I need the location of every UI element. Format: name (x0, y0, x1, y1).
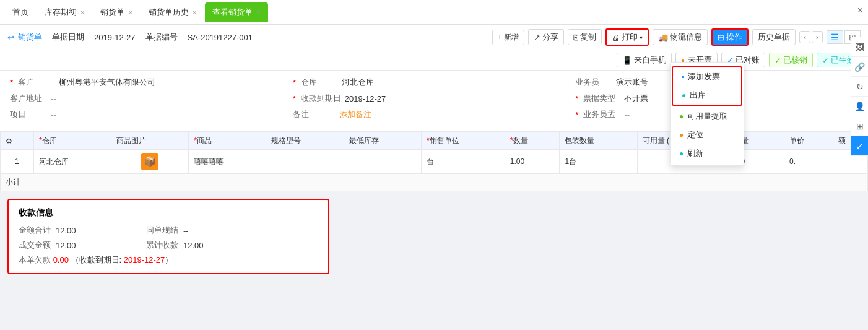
total-amount-value: 12.00 (56, 226, 76, 235)
cumulative-value: 12.00 (183, 241, 204, 250)
operations-button[interactable]: ⊞ 操作 (711, 28, 749, 46)
cancelled-button[interactable]: ✓ 已核销 (769, 53, 813, 67)
logistics-icon: 🚚 (658, 33, 668, 42)
locate-item[interactable]: ● 定位 (671, 126, 744, 144)
sidebar-expand-icon[interactable]: ⤢ (851, 136, 869, 156)
col-unit-price: 单价 (784, 132, 833, 150)
note-label: 备注 (293, 109, 330, 120)
payment-grid: 金额合计 12.00 同单现结 -- 成交金额 12.00 累计收款 12.00… (19, 225, 318, 266)
sales-order-icon: ↩ (7, 33, 14, 42)
logistics-button[interactable]: 🚚 物流信息 (653, 29, 708, 45)
due-row: 本单欠款 0.00 （收款到期日: 2019-12-27） (19, 254, 270, 266)
project-field: 项目 -- (10, 109, 293, 120)
payment-date-value: 2019-12-27 (345, 94, 386, 103)
window-close-button[interactable]: × (857, 5, 863, 16)
bottom-area: 收款信息 金额合计 12.00 同单现结 -- 成交金额 12.00 累计收款 … (0, 191, 868, 282)
refresh-icon: ● (679, 149, 684, 158)
staff2-label: 业务员孟 (583, 109, 620, 120)
transaction-row: 成交金额 12.00 (19, 240, 142, 251)
row-package-qty: 1台 (560, 150, 637, 174)
total-amount-row: 金额合计 12.00 (19, 225, 142, 236)
close-sales-history[interactable]: × (193, 9, 196, 16)
locate-icon: ● (679, 131, 684, 139)
tab-sales-history[interactable]: 销货单历史 × (141, 2, 204, 22)
col-spec: 规格型号 (266, 132, 344, 150)
available-qty-item[interactable]: ● 可用量提取 (671, 107, 744, 126)
same-order-value: -- (183, 226, 189, 235)
product-image: 📦 (141, 153, 158, 170)
new-button[interactable]: + 新增 (492, 30, 524, 45)
due-value: 0.00 (53, 255, 69, 264)
customer-label: 客户 (18, 77, 55, 88)
add-invoice-icon: ▪ (682, 72, 684, 81)
add-invoice-item[interactable]: ▪ 添加发票 (673, 67, 741, 86)
copy-button[interactable]: ⎘ 复制 (568, 29, 602, 45)
ticket-type-value: 不开票 (624, 93, 648, 104)
outbound-label: 出库 (690, 90, 706, 101)
sidebar-rotate-icon[interactable]: ↻ (851, 77, 869, 97)
col-image: 商品图片 (111, 132, 189, 150)
row-image: 📦 (111, 150, 189, 174)
cancel-check-icon: ✓ (775, 56, 781, 65)
doc-actions: + 新增 ↗ 分享 ⎘ 复制 🖨 打印 ▾ 🚚 物流信息 ⊞ 操作 历史单据 ‹… (492, 28, 861, 46)
sidebar-grid-icon[interactable]: ⊞ (851, 116, 869, 136)
col-package-qty: 包装数量 (560, 132, 637, 150)
number-value: SA-20191227-001 (188, 33, 253, 42)
staff-label: 业务员 (575, 77, 612, 88)
same-order-label: 同单现结 (146, 225, 178, 236)
prev-button[interactable]: ‹ (799, 31, 810, 43)
row-spec (266, 150, 344, 174)
refresh-item[interactable]: ● 刷新 (671, 144, 744, 163)
close-view-sales[interactable]: × (256, 9, 260, 16)
warehouse-field: * 仓库 河北仓库 (293, 77, 576, 88)
sidebar-user-icon[interactable]: 👤 (851, 97, 869, 116)
row-no: 1 (1, 150, 34, 174)
payment-date-field: * 收款到期日 2019-12-27 (293, 93, 576, 104)
history-button[interactable]: 历史单据 (752, 29, 796, 45)
tab-home[interactable]: 首页 (5, 2, 36, 22)
sidebar-link-icon[interactable]: 🔗 (851, 57, 869, 77)
effective-check-icon: ✓ (822, 56, 829, 65)
print-button[interactable]: 🖨 打印 ▾ (605, 28, 649, 46)
share-button[interactable]: ↗ 分享 (528, 29, 564, 45)
transaction-label: 成交金额 (19, 240, 51, 251)
ticket-type-label: 票据类型 (583, 93, 620, 104)
address-value: -- (51, 94, 56, 103)
due-label: 本单欠款 (19, 255, 51, 264)
next-button[interactable]: › (812, 31, 823, 43)
nav-arrows: ‹ › (799, 31, 823, 43)
from-phone-button[interactable]: 📱 来自手机 (617, 53, 672, 67)
doc-title-area: ↩ 销货单 (7, 32, 42, 43)
row-warehouse: 河北仓库 (33, 150, 111, 174)
sidebar-image-icon[interactable]: 🖼 (851, 37, 869, 57)
add-note-button[interactable]: + 添加备注 (334, 109, 372, 120)
project-value: -- (51, 110, 56, 119)
col-qty: *数量 (505, 132, 560, 150)
cumulative-row: 累计收款 12.00 (146, 240, 270, 251)
row-unit: 台 (421, 150, 505, 174)
tab-inventory-init[interactable]: 库存期初 × (37, 2, 92, 22)
tab-view-sales[interactable]: 查看销货单 × (205, 2, 267, 22)
cumulative-label: 累计收款 (146, 240, 178, 251)
doc-header: ↩ 销货单 单据日期 2019-12-27 单据编号 SA-20191227-0… (0, 25, 868, 50)
warehouse-value: 河北仓库 (342, 77, 374, 88)
payment-date-label: 收款到期日 (301, 93, 341, 104)
print-icon: 🖨 (612, 33, 620, 42)
print-dropdown-arrow[interactable]: ▾ (640, 34, 643, 41)
due-note: （收款到期日: 2019-12-27） (71, 255, 173, 264)
tab-sales-order[interactable]: 销货单 × (93, 2, 139, 22)
customer-field: * 客户 柳州粤港平安气体有限公司 (10, 77, 293, 88)
note-field: 备注 + 添加备注 (293, 109, 576, 120)
tab-bar: 首页 库存期初 × 销货单 × 销货单历史 × 查看销货单 × × (0, 0, 868, 25)
row-product: 嘻嘻嘻嘻 (189, 150, 266, 174)
operations-icon: ⊞ (718, 33, 724, 42)
phone-icon: 📱 (622, 56, 632, 65)
add-invoice-label: 添加发票 (688, 71, 720, 82)
customer-value: 柳州粤港平安气体有限公司 (59, 77, 155, 88)
list-view-button[interactable]: ☰ (827, 30, 843, 44)
date-label: 单据日期 (52, 32, 84, 43)
close-sales-order[interactable]: × (128, 9, 132, 16)
outbound-item[interactable]: ● 出库 (673, 86, 741, 105)
payment-title: 收款信息 (19, 207, 318, 219)
close-inventory-init[interactable]: × (80, 9, 84, 16)
